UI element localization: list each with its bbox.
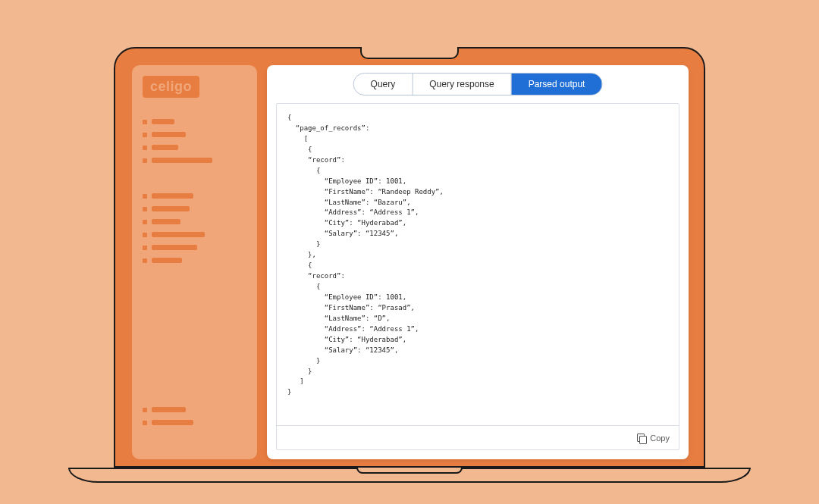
laptop-trackpad-indent — [356, 468, 463, 474]
tab-query[interactable]: Query — [354, 74, 413, 95]
sidebar-group-1 — [143, 119, 246, 163]
sidebar-item[interactable] — [143, 145, 246, 150]
tab-parsed-output[interactable]: Parsed output — [512, 74, 602, 95]
code-panel: { “page_of_records”: [ { “record”: { “Em… — [276, 103, 679, 450]
copy-icon — [637, 434, 646, 443]
sidebar-item[interactable] — [143, 158, 246, 163]
sidebar-item[interactable] — [143, 245, 246, 250]
sidebar-item[interactable] — [143, 258, 246, 263]
laptop-notch — [360, 47, 459, 59]
copy-button[interactable]: Copy — [637, 434, 670, 443]
tab-group: Query Query response Parsed output — [353, 73, 603, 95]
laptop-body: celigo Query Query response Parsed outpu… — [114, 47, 705, 468]
sidebar-group-2 — [143, 193, 246, 263]
sidebar-group-3 — [143, 407, 246, 425]
sidebar-item[interactable] — [143, 132, 246, 137]
laptop-base — [68, 468, 751, 483]
sidebar-item[interactable] — [143, 219, 246, 224]
sidebar: celigo — [132, 65, 257, 459]
tab-query-response[interactable]: Query response — [413, 74, 511, 95]
sidebar-item[interactable] — [143, 193, 246, 199]
sidebar-item[interactable] — [143, 232, 246, 237]
code-output: { “page_of_records”: [ { “record”: { “Em… — [277, 104, 679, 425]
content-card: Query Query response Parsed output { “pa… — [267, 65, 689, 459]
sidebar-item[interactable] — [143, 407, 246, 412]
code-footer: Copy — [277, 425, 679, 449]
copy-label: Copy — [650, 434, 670, 443]
sidebar-item[interactable] — [143, 119, 246, 124]
brand-logo: celigo — [143, 76, 199, 98]
sidebar-item[interactable] — [143, 206, 246, 211]
sidebar-item[interactable] — [143, 420, 246, 425]
